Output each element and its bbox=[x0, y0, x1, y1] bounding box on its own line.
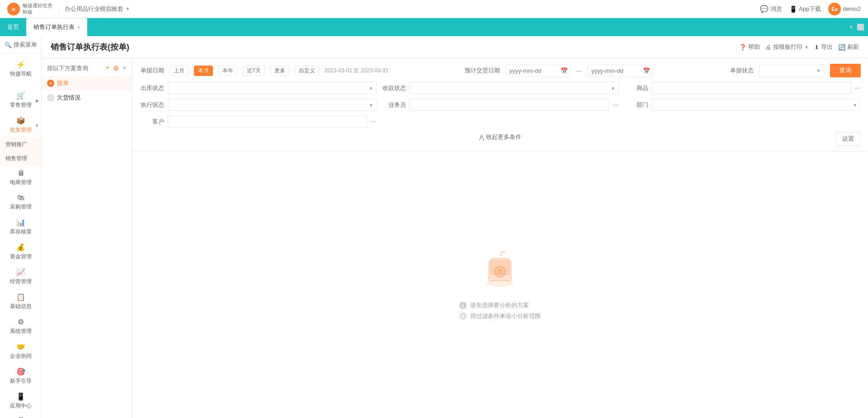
logo-text: 畅捷通好生意 标版 bbox=[23, 3, 52, 14]
inventory-icon: 📊 bbox=[16, 218, 25, 227]
svg-text:?: ? bbox=[498, 268, 502, 276]
sidebar-item-newguide[interactable]: 🎯 新手引导 bbox=[0, 364, 41, 389]
goods-input[interactable] bbox=[652, 82, 851, 94]
sidebar-item-enterprise[interactable]: 🤝 企业协同 bbox=[0, 339, 41, 364]
empty-illustration: ? bbox=[477, 247, 523, 292]
top-bar-left: 好 畅捷通好生意 标版 | 办公用品行业模拟账套 ▼ bbox=[7, 3, 130, 15]
date-7days-button[interactable]: 近7天 bbox=[243, 66, 265, 76]
filter-row-4: 客户 ··· bbox=[139, 115, 861, 128]
query-button[interactable]: 查询 bbox=[830, 64, 861, 77]
outbound-status-select[interactable] bbox=[168, 82, 377, 94]
left-scheme-panel: 按以下方案查询 + ⊕ « ● 按单 ◎ bbox=[42, 58, 132, 418]
print-button[interactable]: 🖨 按模板打印 ▼ bbox=[765, 43, 809, 51]
sidebar-quicknav: ⚡ 快捷导航 bbox=[0, 54, 41, 84]
sidebar-item-system[interactable]: ⚙ 系统管理 bbox=[0, 314, 41, 339]
add-scheme-button[interactable]: + bbox=[106, 64, 109, 72]
sidebar-item-basic[interactable]: 📋 基础信息 bbox=[0, 289, 41, 314]
sidebar-item-retail[interactable]: 🛒 零售管理 ▶ bbox=[0, 88, 41, 113]
retail-icon: 🛒 bbox=[16, 91, 25, 100]
search-menu-button[interactable]: 🔍 搜索菜单 bbox=[4, 41, 38, 49]
tab-maximize-button[interactable]: ⬜ bbox=[857, 24, 864, 31]
user-menu[interactable]: Ea demo2 bbox=[828, 3, 861, 15]
edit-scheme-button[interactable]: ⊕ bbox=[113, 64, 119, 72]
expected-date-start-input[interactable] bbox=[505, 65, 571, 77]
filter-salesperson: 业务员 ··· bbox=[381, 99, 618, 111]
filter-exec-status: 执行状态 ▼ bbox=[139, 99, 377, 111]
dropdown-arrow-icon: ▼ bbox=[125, 6, 130, 11]
date-prev-month-button[interactable]: 上月 bbox=[170, 66, 189, 76]
tab-close-button[interactable]: × bbox=[77, 24, 80, 30]
purchase-icon: 🛍 bbox=[17, 194, 24, 202]
empty-state: ? 1 请先选择要分析的方案 2 用过滤条件来缩小分析范围 bbox=[132, 152, 868, 418]
print-icon: 🖨 bbox=[765, 44, 771, 51]
app-download-button[interactable]: 📱 App下载 bbox=[789, 5, 821, 13]
messages-button[interactable]: 💬 消息 bbox=[760, 5, 782, 13]
step-1-number: 1 bbox=[459, 302, 467, 309]
dept-select[interactable] bbox=[652, 99, 861, 111]
top-bar: 好 畅捷通好生意 标版 | 办公用品行业模拟账套 ▼ 💬 消息 📱 App下载 … bbox=[0, 0, 868, 18]
sidebar-item-ecommerce[interactable]: 🖥 电商管理 bbox=[0, 166, 41, 190]
sidebar-item-purchase[interactable]: 🛍 采购管理 bbox=[0, 190, 41, 214]
customer-input[interactable] bbox=[168, 115, 367, 128]
date-cur-year-button[interactable]: 本年 bbox=[218, 66, 237, 76]
inner-layout: 🔍 搜索菜单 ⚡ 快捷导航 🛒 零售管理 ▶ 📦 批发管理 ▼ 营销推广 bbox=[0, 36, 868, 418]
appcenter-icon: 📱 bbox=[16, 392, 25, 401]
dept-wrapper: ▼ bbox=[652, 99, 861, 111]
expected-date-end-input[interactable] bbox=[587, 65, 653, 77]
sidebar-item-quicknav[interactable]: ⚡ 快捷导航 bbox=[0, 57, 41, 81]
salesperson-input[interactable] bbox=[410, 99, 609, 111]
sidebar-item-wechat[interactable]: 💬 企业微信 bbox=[0, 413, 41, 418]
expected-date-end-wrapper: 📅 bbox=[587, 65, 653, 77]
sidebar-item-wholesale[interactable]: 📦 批发管理 ▼ bbox=[0, 113, 41, 138]
collapse-up-icon: ⋀ bbox=[479, 134, 484, 141]
collection-status-select[interactable] bbox=[410, 82, 618, 94]
outbound-status-wrapper: ▼ bbox=[168, 82, 377, 94]
help-button[interactable]: ❓ 帮助 bbox=[739, 43, 760, 51]
sidebar-sub-marketing[interactable]: 营销推广 bbox=[0, 138, 41, 152]
tab-home[interactable]: 首页 bbox=[0, 18, 26, 36]
svg-line-8 bbox=[502, 252, 505, 252]
enterprise-icon: 🤝 bbox=[16, 342, 25, 351]
setup-button[interactable]: 设置 bbox=[835, 132, 861, 146]
filter-row-2: 出库状态 ▼ 收款状态 bbox=[139, 82, 861, 94]
sidebar-item-inventory[interactable]: 📊 库存核算 bbox=[0, 214, 41, 239]
tab-minimize-button[interactable]: × bbox=[849, 24, 853, 31]
filter-dept: 部门 ▼ bbox=[623, 99, 861, 111]
tab-bar: 首页 销售订单执行表 × × ⬜ bbox=[0, 18, 868, 36]
system-icon: ⚙ bbox=[18, 318, 24, 326]
sidebar-item-appcenter[interactable]: 📱 应用中心 bbox=[0, 389, 41, 413]
export-button[interactable]: ⬇ 导出 bbox=[814, 43, 833, 51]
scheme-debt-icon: ◎ bbox=[47, 94, 54, 101]
customer-more-button[interactable]: ··· bbox=[371, 118, 377, 126]
collapse-panel-button[interactable]: « bbox=[123, 64, 126, 72]
scheme-item-debt[interactable]: ◎ 欠货情况 bbox=[42, 90, 132, 105]
download-icon: 📱 bbox=[789, 5, 797, 13]
export-icon: ⬇ bbox=[814, 44, 819, 51]
refresh-button[interactable]: 🔄 刷新 bbox=[838, 43, 859, 51]
scheme-item-order[interactable]: ● 按单 bbox=[42, 76, 132, 90]
sidebar-item-finance[interactable]: 💰 资金管理 bbox=[0, 239, 41, 264]
date-more-button[interactable]: 更多 bbox=[270, 66, 289, 76]
help-icon: ❓ bbox=[739, 44, 746, 51]
system-title[interactable]: 办公用品行业模拟账套 ▼ bbox=[65, 5, 130, 13]
goods-more-button[interactable]: ··· bbox=[855, 84, 861, 92]
salesperson-more-button[interactable]: ··· bbox=[613, 101, 618, 109]
sidebar-item-operations[interactable]: 📈 经营管理 bbox=[0, 264, 41, 289]
ecommerce-icon: 🖥 bbox=[17, 169, 24, 177]
print-dropdown-icon: ▼ bbox=[804, 45, 809, 50]
avatar: Ea bbox=[828, 3, 841, 15]
sidebar-search-section: 🔍 搜索菜单 bbox=[0, 36, 41, 54]
filter-customer: 客户 ··· bbox=[139, 115, 377, 128]
message-icon: 💬 bbox=[760, 5, 769, 13]
exec-status-select[interactable] bbox=[168, 99, 377, 111]
sidebar-sub-sales[interactable]: 销售管理 bbox=[0, 152, 41, 166]
logo-area: 好 畅捷通好生意 标版 bbox=[7, 3, 52, 15]
exec-status-wrapper: ▼ bbox=[168, 99, 377, 111]
collapse-filter-button[interactable]: ⋀ 收起更多条件 bbox=[479, 133, 521, 141]
tab-sales-order[interactable]: 销售订单执行表 × bbox=[26, 18, 87, 36]
page-title: 销售订单执行表(按单) bbox=[51, 42, 129, 52]
date-cur-month-button[interactable]: 本月 bbox=[194, 66, 213, 76]
left-panel-header: 按以下方案查询 + ⊕ « bbox=[42, 64, 132, 76]
date-custom-button[interactable]: 自定义 bbox=[295, 66, 319, 76]
order-status-select[interactable] bbox=[759, 65, 825, 77]
